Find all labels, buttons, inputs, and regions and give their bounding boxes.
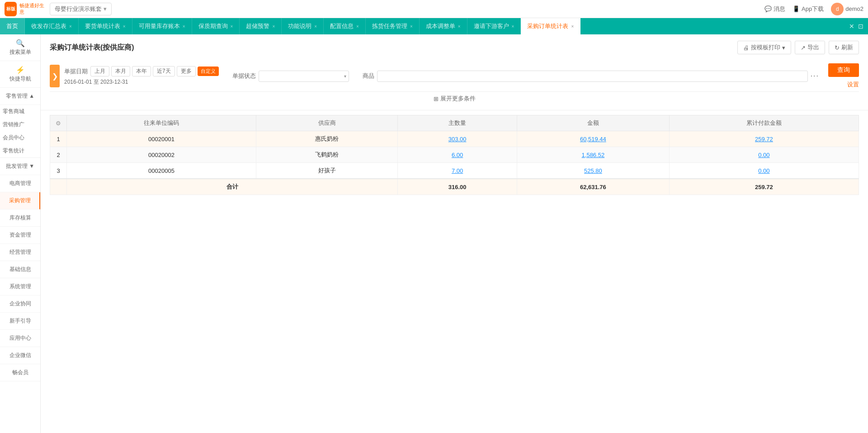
print-btn[interactable]: 🖨 按模板打印 ▾ [737, 41, 791, 54]
sidebar-item-enterprise-wechat[interactable]: 企业微信 [0, 347, 40, 364]
sidebar-item-sys-mgmt[interactable]: 系统管理 [0, 278, 40, 295]
date-btn-last-month[interactable]: 上月 [90, 66, 109, 76]
filter-expand-arrow[interactable]: ❯ [50, 65, 60, 87]
sidebar-item-finance[interactable]: 资金管理 [0, 227, 40, 244]
sidebar-sub-retail-mall[interactable]: 零售商城 [0, 105, 40, 118]
qty-link-1[interactable]: 303.00 [448, 136, 467, 143]
tab-function-desc-close[interactable]: × [314, 24, 317, 29]
amount-link-1[interactable]: 60,519.44 [580, 136, 606, 143]
goods-more-btn[interactable]: ··· [811, 72, 819, 80]
sidebar-sub-member[interactable]: 会员中心 [0, 131, 40, 144]
tab-cost-adjust-close[interactable]: × [458, 24, 461, 29]
sidebar-item-wholesale[interactable]: 批发管理 ▼ [0, 158, 40, 175]
tab-config-info-label: 配置信息 [330, 22, 354, 30]
tab-receive-summary[interactable]: 收发存汇总表 × [25, 18, 79, 34]
sidebar-item-new-guide[interactable]: 新手引导 [0, 313, 40, 330]
sidebar-item-app-center[interactable]: 应用中心 [0, 330, 40, 347]
message-btn[interactable]: 💬 消息 [764, 5, 785, 13]
export-btn[interactable]: ↗ 导出 [795, 41, 825, 54]
sidebar-search[interactable]: 🔍 搜索菜单 [0, 34, 40, 61]
status-filter-group: 单据状态 ▾ [232, 71, 349, 82]
tab-invite-downstream[interactable]: 邀请下游客户 × [467, 18, 521, 34]
header-actions: 🖨 按模板打印 ▾ ↗ 导出 ↻ 刷新 [737, 41, 859, 54]
sidebar-quick-nav[interactable]: ⚡ 快捷导航 [0, 61, 40, 88]
tab-purchase-order-summary[interactable]: 采购订单统计表 × [521, 18, 580, 34]
tab-available-inventory[interactable]: 可用量库存账本 × [132, 18, 192, 34]
status-select[interactable] [259, 71, 349, 82]
settings-link[interactable]: 设置 [828, 81, 859, 89]
column-settings-icon[interactable]: ⚙ [56, 120, 61, 127]
sidebar-item-purchase[interactable]: 采购管理 [0, 192, 40, 209]
amount-link-3[interactable]: 525.80 [584, 167, 602, 174]
app-download-btn[interactable]: 📱 App下载 [793, 5, 824, 13]
tab-picking-task[interactable]: 拣货任务管理 × [366, 18, 420, 34]
action-btns: 查询 设置 [828, 63, 859, 89]
top-bar: 标版 畅捷通好生意 母婴行业演示账套 ▾ 💬 消息 📱 App下载 d demo… [0, 0, 868, 18]
tab-config-info[interactable]: 配置信息 × [324, 18, 366, 34]
tab-home[interactable]: 首页 [0, 18, 25, 34]
date-btn-more[interactable]: 更多 [177, 66, 196, 76]
table-row: 1 00020001 惠氏奶粉 303.00 60,519.44 259.72 [50, 131, 859, 147]
tab-overstock-warning-close[interactable]: × [272, 24, 275, 29]
tab-overstock-warning-label: 超储预警 [246, 22, 269, 30]
row-supplier-2: 飞鹤奶粉 [256, 147, 398, 163]
logo-text: 畅捷通好生意 [19, 3, 45, 14]
date-range-separator: 至 [94, 79, 100, 85]
close-tab-btn[interactable]: ✕ [849, 23, 854, 30]
qty-link-2[interactable]: 6.00 [452, 152, 463, 158]
top-right-actions: 💬 消息 📱 App下载 d demo2 [764, 3, 863, 15]
avatar: d [831, 3, 844, 15]
tab-cost-adjust[interactable]: 成本调整单 × [420, 18, 467, 34]
data-table: ⚙ 往来单位编码 供应商 主数量 金额 累计付款金额 1 00020001 惠氏… [50, 115, 859, 195]
tab-invite-downstream-close[interactable]: × [512, 24, 514, 29]
sidebar-item-inventory[interactable]: 库存核算 [0, 209, 40, 227]
tab-purchase-summary[interactable]: 要货单统计表 × [79, 18, 132, 34]
tab-picking-task-close[interactable]: × [410, 24, 413, 29]
store-name: 母婴行业演示账套 [55, 5, 102, 13]
paid-link-1[interactable]: 259.72 [755, 136, 773, 143]
tab-available-inventory-close[interactable]: × [183, 24, 185, 29]
store-selector[interactable]: 母婴行业演示账套 ▾ [50, 3, 112, 15]
query-btn[interactable]: 查询 [828, 63, 859, 77]
row-code-3: 00020005 [67, 163, 256, 179]
tab-expiry-query[interactable]: 保质期查询 × [192, 18, 240, 34]
filter-row-main: ❯ 单据日期 上月 本月 本年 近7天 更多 自定义 [50, 63, 859, 89]
date-btn-this-month[interactable]: 本月 [111, 66, 130, 76]
expand-label: 展开更多条件 [440, 95, 476, 103]
sidebar-item-operations[interactable]: 经营管理 [0, 244, 40, 261]
refresh-btn[interactable]: ↻ 刷新 [829, 41, 859, 54]
qty-link-3[interactable]: 7.00 [452, 167, 463, 174]
footer-paid: 259.72 [669, 179, 859, 195]
tab-purchase-order-summary-close[interactable]: × [571, 24, 574, 29]
table-header-row: ⚙ 往来单位编码 供应商 主数量 金额 累计付款金额 [50, 115, 859, 131]
sidebar-item-enterprise-collab[interactable]: 企业协同 [0, 295, 40, 313]
user-profile[interactable]: d demo2 [831, 3, 863, 15]
tab-overstock-warning[interactable]: 超储预警 × [240, 18, 282, 34]
tab-function-desc[interactable]: 功能说明 × [282, 18, 324, 34]
date-from: 2016-01-01 [64, 79, 92, 85]
sidebar-item-basic-info[interactable]: 基础信息 [0, 261, 40, 278]
goods-input[interactable] [377, 71, 808, 82]
tab-expiry-query-close[interactable]: × [231, 24, 233, 29]
date-btn-this-year[interactable]: 本年 [132, 66, 151, 76]
maximize-tab-btn[interactable]: ⊡ [858, 23, 863, 30]
date-btn-custom[interactable]: 自定义 [198, 67, 219, 76]
print-icon: 🖨 [743, 44, 749, 51]
expand-conditions-btn[interactable]: ⊞ 展开更多条件 [50, 91, 859, 105]
sidebar-item-ecommerce[interactable]: 电商管理 [0, 175, 40, 192]
tab-purchase-summary-close[interactable]: × [123, 24, 126, 29]
amount-link-2[interactable]: 1,586.52 [582, 152, 605, 158]
col-amount: 金额 [517, 115, 669, 131]
tab-receive-summary-close[interactable]: × [69, 24, 72, 29]
date-btn-7days[interactable]: 近7天 [153, 66, 175, 76]
sidebar-sub-retail-stats[interactable]: 零售统计 [0, 144, 40, 157]
page-header: 采购订单统计表(按供应商) 🖨 按模板打印 ▾ ↗ 导出 ↻ 刷新 [41, 34, 868, 59]
paid-link-3[interactable]: 0.00 [758, 167, 769, 174]
sidebar-sub-marketing[interactable]: 营销推广 [0, 118, 40, 131]
paid-link-2[interactable]: 0.00 [758, 152, 769, 158]
sidebar-quick-nav-label: 快捷导航 [3, 75, 38, 83]
tab-config-info-close[interactable]: × [356, 24, 359, 29]
filter-area: ❯ 单据日期 上月 本月 本年 近7天 更多 自定义 [41, 59, 868, 110]
sidebar-item-retail-mgmt[interactable]: 零售管理 ▲ [0, 88, 40, 105]
sidebar-item-vip[interactable]: 畅会员 [0, 364, 40, 381]
